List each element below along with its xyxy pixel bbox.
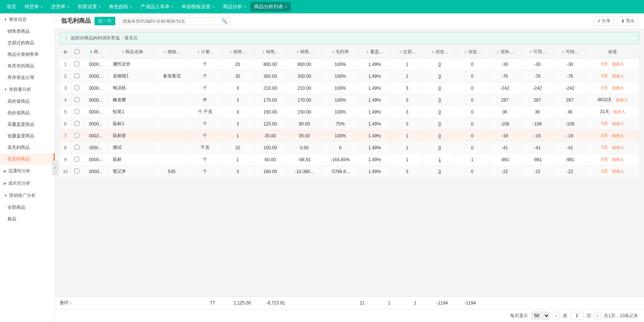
col-tag[interactable]: 标签 [586, 46, 640, 58]
nav-close-permission[interactable]: × [99, 4, 101, 9]
col-current[interactable]: ⬍ 现有... [488, 46, 521, 58]
row-checkbox[interactable] [74, 73, 79, 78]
nav-product-analysis-list[interactable]: 商品分析列表 × [250, 2, 291, 12]
nav-close-sales[interactable]: × [41, 4, 43, 9]
col-available[interactable]: ⬍ 可用... [521, 46, 554, 58]
row-name[interactable]: 电话机 [110, 82, 155, 94]
row-checkbox[interactable] [74, 97, 79, 102]
row-checkbox[interactable] [74, 157, 79, 162]
col-coverage[interactable]: ⬍ 覆盖... [358, 46, 391, 58]
nav-purchase-order[interactable]: 进货单 × [47, 2, 73, 12]
sidebar-item-new-goods[interactable]: 新品 [0, 213, 55, 225]
sidebar-group-growth[interactable]: ▶ 成长性分析 [0, 177, 55, 189]
sidebar-item-low-margin[interactable]: 低毛利商品 [0, 153, 55, 165]
nav-close-purchase[interactable]: × [67, 4, 69, 9]
settings-icon[interactable]: ⚙ [63, 50, 67, 55]
sidebar-group-marketing[interactable]: ▼ 营销推广分析 [0, 189, 55, 202]
sidebar-collapse-btn[interactable]: « [52, 160, 59, 175]
sidebar-item-high-margin[interactable]: 高毛利商品 [0, 142, 55, 153]
row-browse2: 0 [456, 94, 488, 106]
col-sellable[interactable]: ⬍ 可销... [554, 46, 586, 58]
col-unit[interactable]: ⬍ 计量... [189, 46, 221, 58]
row-checkbox[interactable] [74, 61, 79, 66]
row-name[interactable]: 鼠标 [110, 154, 155, 166]
row-name[interactable]: 吴细细1 [110, 70, 155, 82]
col-sales2[interactable]: ⬍ 销售... [254, 46, 286, 58]
nav-close-analysis-list[interactable]: × [285, 4, 287, 9]
row-checkbox-cell [71, 166, 82, 178]
per-page-select[interactable]: 50 20 100 [531, 312, 550, 320]
col-trade[interactable]: ⬍ 交易... [391, 46, 423, 58]
row-sales2: 150.00 [254, 106, 286, 118]
nav-close-template[interactable]: × [212, 4, 214, 9]
row-browse1[interactable]: 0 [423, 106, 456, 118]
row-name[interactable]: 橡皮擦 [110, 94, 155, 106]
row-browse1[interactable]: 0 [423, 118, 456, 130]
row-browse1[interactable]: 1 [423, 154, 456, 166]
row-browse1[interactable]: 0 [423, 82, 456, 94]
search-input[interactable] [122, 19, 221, 24]
row-sellable: -106 [554, 118, 586, 130]
row-trade: 3 [391, 82, 423, 94]
nav-product-entry[interactable]: 产成品入库单 × [137, 2, 177, 12]
row-browse1[interactable]: 0 [423, 58, 456, 70]
nav-product-analysis[interactable]: 商品分析 × [219, 2, 250, 12]
select-all-checkbox[interactable] [74, 49, 79, 54]
row-browse1[interactable]: 0 [423, 70, 456, 82]
sidebar-group-flow[interactable]: ▶ 流通性分析 [0, 165, 55, 177]
col-spec[interactable]: ⬍ 规格... [155, 46, 189, 58]
row-checkbox[interactable] [74, 169, 79, 173]
row-browse1[interactable]: 0 [423, 94, 456, 106]
col-code[interactable]: ⬆ 商... [82, 46, 110, 58]
sidebar-item-sales-goods[interactable]: 销售类商品 [0, 26, 55, 37]
sidebar-group-overall[interactable]: ▼ 整体信息 [0, 13, 55, 26]
sidebar-item-low-coverage[interactable]: 低覆盖度商品 [0, 130, 55, 142]
nav-template-setting[interactable]: 单据模板设置 × [178, 2, 218, 12]
page-input[interactable] [570, 312, 584, 319]
prev-page-btn[interactable]: ‹ [553, 312, 560, 320]
sidebar-item-high-coverage[interactable]: 高覆盖度商品 [0, 119, 55, 130]
sidebar-item-category-rate[interactable]: 商品分类销售率 [0, 49, 55, 60]
row-name[interactable]: 鼠标1 [110, 118, 155, 130]
row-name[interactable]: 测试 [110, 142, 155, 154]
row-name[interactable]: 笔记本 [110, 166, 155, 178]
row-name[interactable]: 鼠标垫 [110, 130, 155, 142]
row-name[interactable]: 铅笔1 [110, 106, 155, 118]
sidebar-item-low-value[interactable]: 低价值商品 [0, 107, 55, 119]
row-checkbox[interactable] [74, 109, 79, 114]
share-button[interactable]: ↗ 分享 [593, 16, 614, 26]
sidebar-item-traded-goods[interactable]: 交易过的商品 [0, 37, 55, 49]
nav-permission[interactable]: 权限设置 × [74, 2, 105, 12]
sidebar-item-all-goods[interactable]: 全部商品 [0, 202, 55, 213]
row-checkbox[interactable] [74, 121, 79, 126]
nav-role-auth[interactable]: 角色授权 × [105, 2, 136, 12]
col-browse1[interactable]: ⬍ 浏览... [423, 46, 456, 58]
table-container[interactable]: ⚙ ⬆ 商... ⬍ [60, 46, 640, 296]
col-browse2[interactable]: ⬍ 浏览... [456, 46, 488, 58]
col-name[interactable]: ⬍ 商品名称 [110, 46, 155, 58]
nav-sales-order[interactable]: 销货单 × [21, 2, 47, 12]
row-checkbox[interactable] [74, 133, 79, 138]
col-sales3[interactable]: ⬍ 销售... [286, 46, 322, 58]
nav-home[interactable]: 首页 [3, 2, 20, 12]
nav-close-product[interactable]: × [171, 4, 173, 9]
sidebar-item-stock-goods[interactable]: 有库存的商品 [0, 60, 55, 72]
filter-btn-month[interactable]: 近一月 [94, 17, 115, 25]
col-settings[interactable]: ⚙ [60, 46, 71, 58]
row-browse1[interactable]: 0 [423, 166, 456, 178]
sidebar-item-stock-capital[interactable]: 库存资金占用 [0, 72, 55, 83]
next-page-btn[interactable]: › [594, 312, 601, 320]
nav-close-role[interactable]: × [130, 4, 132, 9]
row-checkbox[interactable] [74, 145, 79, 150]
row-checkbox[interactable] [74, 85, 79, 90]
row-browse1[interactable]: 0 [423, 142, 456, 154]
col-sales1[interactable]: ⬍ 销售... [221, 46, 254, 58]
sidebar-item-high-value[interactable]: 高价值商品 [0, 96, 55, 107]
sidebar-group-cluster[interactable]: ▼ 类群量分析 [0, 83, 55, 96]
nav-close-analysis[interactable]: × [244, 4, 246, 9]
row-sellable: 36 [554, 106, 586, 118]
row-browse1[interactable]: 0 [423, 130, 456, 142]
col-gross[interactable]: ⬍ 毛利率 [322, 46, 358, 58]
export-button[interactable]: ⬆ 导出 [618, 16, 638, 26]
row-name[interactable]: 属性定价 [110, 58, 155, 70]
